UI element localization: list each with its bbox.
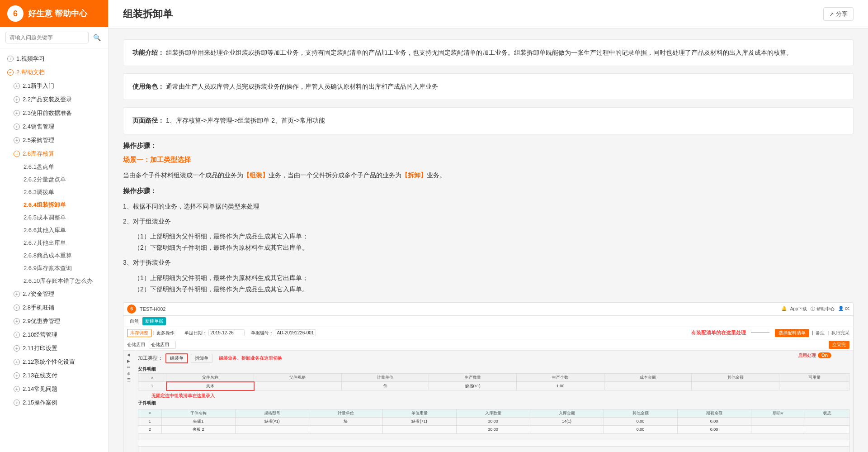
nav-label-2-9: 2.9优惠券管理	[23, 317, 60, 325]
sidebar-item-2-6-7[interactable]: 2.6.7其他出库单	[0, 237, 108, 249]
sidebar-item-2-14[interactable]: + 2.14常见问题	[0, 382, 108, 396]
sidebar-item-2-2[interactable]: + 2.2产品安装及登录	[0, 93, 108, 106]
td-l-1-del[interactable]: 1	[138, 417, 162, 425]
mock-icon-2: ▶	[127, 359, 130, 363]
mock-code-label: 单据编号：	[251, 330, 274, 336]
mock-upper-table: × 父件名称 父件规格 计量单位 生产数量 生产个数 成本金额 其他金额 可用量	[138, 373, 849, 391]
sidebar-item-2-3[interactable]: + 2.3使用前数据准备	[0, 106, 108, 120]
mock-type-label: 加工类型：	[138, 355, 163, 362]
mock-type-row: 加工类型： 组装单 拆卸单 组装业务、拆卸业务在这里切换	[138, 353, 849, 363]
minus-icon-2-6: −	[14, 151, 20, 157]
td-l-1-usage: 缺省(+1)	[382, 417, 456, 425]
sidebar-item-2-13[interactable]: + 2.13在线支付	[0, 369, 108, 382]
sidebar-item-2-5[interactable]: + 2.5采购管理	[0, 133, 108, 147]
sidebar-item-2-1[interactable]: + 2.1新手入门	[0, 79, 108, 93]
td-empty-3	[138, 433, 849, 440]
td-unit-1: 件	[341, 382, 429, 390]
path-label: 页面路径：	[132, 117, 164, 124]
td-l-2-init: 0.00	[677, 425, 751, 433]
th-l-unit: 计量单位	[309, 409, 382, 417]
mock-subtoolbar-label: 仓储店用	[127, 342, 145, 348]
mock-btn-execute[interactable]: 执行完采	[831, 330, 849, 336]
share-button[interactable]: ↗ 分享	[823, 7, 854, 21]
mock-topbar-id: TEST-H002	[140, 306, 165, 312]
mock-org-field: 仓储店用	[149, 341, 176, 349]
plus-icon-2-7: +	[14, 291, 20, 297]
mock-tabs: 自然 新建单据	[127, 317, 166, 325]
mock-btn-note[interactable]: 备注	[816, 330, 825, 336]
sidebar-item-2-8[interactable]: + 2.8手机旺铺	[0, 301, 108, 314]
th-l-inqty: 入库数量	[456, 409, 530, 417]
role-box: 使用角色： 通常由生产人员或库管人员完成拆装业务的操作，库管人员确认原材料的出库…	[123, 73, 854, 100]
sidebar-item-2-6-8[interactable]: 2.6.8商品成本重算	[0, 249, 108, 262]
mock-btn-bom[interactable]: 选择配料清单	[775, 329, 809, 337]
td-del-1[interactable]: 1	[138, 382, 166, 390]
mock-divider2: |	[812, 330, 813, 335]
mock-type-disassemble[interactable]: 拆卸单	[191, 354, 212, 363]
collapse-icon-2: −	[7, 69, 14, 76]
td-prod-cnt-1: 1.00	[517, 382, 604, 390]
td-l-2-unit	[309, 425, 382, 433]
sidebar-item-2-6-9[interactable]: 2.6.9库存账本查询	[0, 262, 108, 275]
screenshot-container: 6 TEST-H002 🔔 App下载 ⓘ 帮助中心 👤 cc	[123, 302, 854, 452]
sidebar-item-2-6-2[interactable]: 2.6.2分量盘点单	[0, 173, 108, 186]
step1: 1、根据不同的业务，选择不同单据的类型来处理	[123, 201, 854, 212]
sidebar-item-2-11[interactable]: + 2.11打印设置	[0, 342, 108, 355]
sidebar-item-2-9[interactable]: + 2.9优惠券管理	[0, 314, 108, 328]
nav-label-2-13: 2.13在线支付	[23, 371, 57, 380]
td-l-2-del[interactable]: 2	[138, 425, 162, 433]
td-l-2-name: 夹板 2	[161, 425, 235, 433]
nav-sub-items-2: + 2.1新手入门 + 2.2产品安装及登录 + 2.3使用前数据准备 + 2.…	[0, 79, 108, 409]
sidebar-item-2-6-6[interactable]: 2.6.6其他入库单	[0, 224, 108, 237]
td-cost-amt-1	[604, 382, 692, 390]
th-other-amt: 其他金额	[692, 373, 779, 382]
td-l-1-unit: 块	[309, 417, 382, 425]
sidebar-item-2-10[interactable]: + 2.10经营管理	[0, 328, 108, 342]
th-l-status: 状态	[805, 409, 849, 417]
mock-upper-table-body: 1 夹木 件 缺省(×1) 1.00	[138, 382, 849, 390]
nav-label-2-1: 2.1新手入门	[23, 82, 54, 90]
nav-label-2-7: 2.7资金管理	[23, 290, 54, 298]
scenario1-desc: 当由多个子件材料组装成一个成品的业务为【组装】业务，当由一个父件拆分成多个子产品…	[123, 169, 854, 181]
annotation-text-1: 有装配清单的在这里处理	[691, 329, 746, 336]
sidebar-item-2-12[interactable]: + 2.12系统个性化设置	[0, 355, 108, 369]
sidebar-nav: + 1.视频学习 − 2.帮助文档 + 2.1新手入门 + 2.2产品安装及登录	[0, 48, 108, 452]
highlight-assemble: 【组装】	[243, 171, 269, 179]
path-text: 1、库存核算->库存管理->组装拆卸单 2、首页->常用功能	[166, 117, 325, 124]
mock-icon-user: 👤 cc	[838, 306, 849, 312]
sidebar-item-2-6-1[interactable]: 2.6.1盘点单	[0, 161, 108, 173]
sidebar-item-2-15[interactable]: + 2.15操作案例	[0, 396, 108, 409]
mock-logo: 6	[127, 305, 136, 314]
highlight-disassemble: 【拆卸】	[401, 171, 427, 179]
sidebar-item-2-6[interactable]: − 2.6库存核算	[0, 147, 108, 161]
step2: 2、对于组装业务	[123, 216, 854, 227]
search-input[interactable]	[5, 32, 89, 43]
sidebar-item-docs[interactable]: − 2.帮助文档	[0, 66, 108, 79]
mock-tab-new-order[interactable]: 新建单据	[142, 317, 166, 325]
td-l-1-status	[805, 417, 849, 425]
page-title: 组装拆卸单	[123, 7, 173, 21]
mock-btn-submit[interactable]: 立采完	[829, 341, 849, 349]
main-area: 组装拆卸单 ↗ 分享 功能介绍： 组装拆卸单用来处理企业组装或拆卸等加工业务，支…	[108, 0, 868, 452]
mock-lower-table-body: 1 夹板1 缺省(×1) 块 缺省(+1) 30.00 14(1) 0.00 0	[138, 417, 849, 452]
td-l-1-v	[751, 417, 805, 425]
mock-icon-5: ☰	[127, 378, 131, 382]
mock-icon-help: ⓘ 帮助中心	[811, 306, 835, 312]
sidebar-item-2-7[interactable]: + 2.7资金管理	[0, 287, 108, 301]
mock-left-icons: ◀ ▶ ✏ ⊕ ☰	[123, 351, 134, 452]
sidebar-item-2-4[interactable]: + 2.4销售管理	[0, 120, 108, 133]
mock-type-assemble[interactable]: 组装单	[165, 353, 188, 363]
sidebar-item-2-6-10[interactable]: 2.6.10库存账本错了怎么办	[0, 275, 108, 287]
on-toggle[interactable]: On	[818, 352, 831, 358]
sidebar-item-2-6-4[interactable]: 2.6.4组装拆卸单	[0, 199, 108, 211]
sidebar-item-videos[interactable]: + 1.视频学习	[0, 52, 108, 66]
sidebar-item-2-6-5[interactable]: 2.6.5成本调整单	[0, 211, 108, 224]
table-row	[138, 433, 849, 440]
mock-tab-natural[interactable]: 自然	[127, 317, 142, 325]
nav-section-1: + 1.视频学习	[0, 52, 108, 66]
mock-menu-bar: 自然 新建单据	[123, 316, 853, 327]
search-button[interactable]: 🔍	[91, 33, 103, 42]
sidebar-item-2-6-3[interactable]: 2.6.3调拨单	[0, 186, 108, 199]
mock-toolbar-more: 更多操作	[156, 330, 175, 336]
nav-label-2-12: 2.12系统个性化设置	[23, 358, 75, 366]
